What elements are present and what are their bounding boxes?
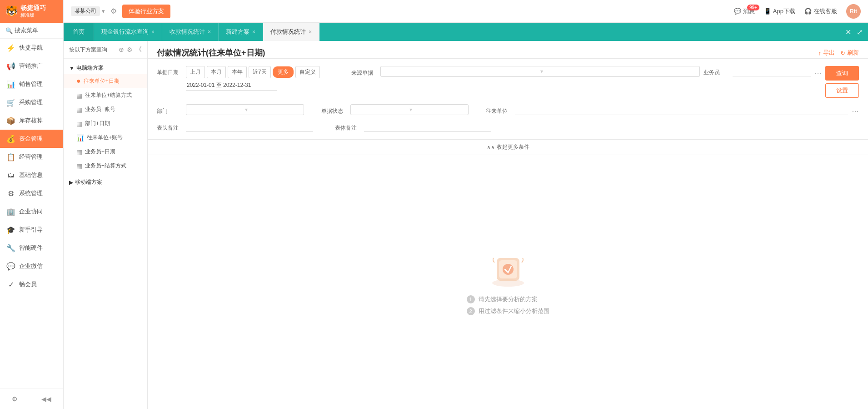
- quick-nav-icon: ⚡: [6, 43, 15, 52]
- tab-label: 付款情况统计: [270, 28, 306, 36]
- desktop-group-arrow: ▼: [69, 65, 75, 71]
- mobile-group-title[interactable]: ▶ 移动端方案: [69, 178, 142, 186]
- sidebar-item-basic[interactable]: 🗂 基础信息: [0, 166, 63, 184]
- mobile-scheme-group[interactable]: ▶ 移动端方案: [64, 177, 147, 188]
- collapse-label: 收起更多条件: [497, 143, 529, 151]
- salesman-input[interactable]: [733, 66, 811, 76]
- sidebar-item-label: 畅会员: [19, 280, 37, 288]
- sidebar-item-label: 资金管理: [19, 135, 43, 143]
- source-chevron-icon: ▾: [540, 68, 696, 75]
- export-icon: ↑: [818, 50, 822, 56]
- date-btn-this-month[interactable]: 本月: [207, 66, 226, 78]
- sidebar-item-guide[interactable]: 🎓 新手引导: [0, 221, 63, 239]
- tab-expand-icon[interactable]: ⤢: [857, 28, 863, 36]
- add-scheme-btn[interactable]: ⊕: [119, 46, 124, 53]
- trial-btn[interactable]: 体验行业方案: [122, 5, 170, 18]
- sidebar-item-purchase[interactable]: 🛒 采购管理: [0, 93, 63, 111]
- query-btn[interactable]: 查询: [825, 66, 859, 81]
- search-menu[interactable]: 🔍 搜索菜单: [0, 23, 63, 39]
- sidebar-item-operations[interactable]: 📋 经营管理: [0, 148, 63, 166]
- scheme-table-icon: ▦: [76, 106, 82, 113]
- header-note-input[interactable]: [186, 121, 313, 132]
- search-label: 搜索菜单: [15, 26, 38, 35]
- guide-icon: 🎓: [6, 225, 15, 234]
- salesman-more-btn[interactable]: …: [814, 67, 822, 76]
- search-icon: 🔍: [5, 27, 13, 34]
- sidebar-item-sales[interactable]: 📊 销售管理: [0, 75, 63, 93]
- sidebar-item-hardware[interactable]: 🔧 智能硬件: [0, 239, 63, 257]
- tab-close-icon[interactable]: ×: [208, 29, 211, 35]
- sidebar-item-member[interactable]: ✓ 畅会员: [0, 275, 63, 293]
- date-btn-custom[interactable]: 自定义: [295, 66, 320, 78]
- scheme-item-salesman-payment[interactable]: ▦ 业务员+结算方式: [64, 159, 147, 173]
- user-avatar[interactable]: Rit: [846, 4, 861, 19]
- scheme-settings-btn[interactable]: ⚙: [127, 46, 133, 53]
- header-note-label: 表头备注: [157, 121, 182, 132]
- app-download-btn[interactable]: 📱 App下载: [764, 7, 795, 15]
- export-btn[interactable]: ↑ 导出: [818, 49, 835, 57]
- scheme-table-icon: ▦: [76, 148, 82, 156]
- tab-close-all-icon[interactable]: ✕: [845, 28, 851, 36]
- tab-receipt-stats[interactable]: 收款情况统计 ×: [162, 23, 219, 41]
- settings-gear-icon[interactable]: ⚙: [110, 7, 117, 15]
- sidebar-settings-btn[interactable]: ⚙: [9, 393, 20, 405]
- left-panel-actions: ⊕ ⚙ 《: [119, 45, 142, 54]
- dept-select[interactable]: ▾: [186, 104, 304, 115]
- collapse-bar[interactable]: ∧∧ 收起更多条件: [148, 140, 868, 155]
- filter-settings-btn[interactable]: 设置: [825, 83, 859, 98]
- message-btn[interactable]: 💬 消息 99+: [734, 7, 755, 15]
- enterprise-icon: 🏢: [6, 207, 15, 216]
- status-select[interactable]: ▾: [350, 104, 469, 115]
- scheme-item-partner-payment[interactable]: ▦ 往来单位+结算方式: [64, 88, 147, 102]
- scheme-chart-icon: 📊: [76, 134, 84, 141]
- scheme-item-salesman-account[interactable]: ▦ 业务员+账号: [64, 102, 147, 116]
- tab-payment-stats[interactable]: 付款情况统计 ×: [263, 23, 319, 41]
- sidebar-item-label: 库存核算: [19, 116, 43, 125]
- partner-input[interactable]: [515, 105, 848, 115]
- tab-close-icon[interactable]: ×: [252, 29, 255, 35]
- tab-home[interactable]: 首页: [64, 23, 94, 41]
- sidebar-item-system[interactable]: ⚙ 系统管理: [0, 184, 63, 202]
- sidebar-item-wechat[interactable]: 💬 企业微信: [0, 257, 63, 275]
- tabbar: 首页 现金银行流水查询 × 收款情况统计 × 新建方案 × 付款情况统计 × ✕…: [64, 23, 868, 41]
- scheme-item-partner-date[interactable]: ● 往来单位+日期: [64, 74, 147, 88]
- scheme-item-partner-account[interactable]: 📊 往来单位+账号: [64, 131, 147, 145]
- sidebar-item-label: 基础信息: [19, 171, 43, 179]
- source-label: 来源单据: [351, 66, 377, 77]
- refresh-btn[interactable]: ↻ 刷新: [840, 49, 859, 57]
- sidebar-item-enterprise[interactable]: 🏢 企业协同: [0, 202, 63, 221]
- collapse-up-icon: ∧∧: [487, 144, 495, 151]
- page-container: 按以下方案查询 ⊕ ⚙ 《 ▼ 电脑端方案 ● 往来单位+日期 ▦: [64, 41, 868, 409]
- date-range-input[interactable]: [186, 80, 277, 91]
- right-content: 付款情况统计(往来单位+日期) ↑ 导出 ↻ 刷新: [148, 41, 868, 409]
- date-btn-last-7-days[interactable]: 近7天: [249, 66, 271, 78]
- scheme-item-dept-date[interactable]: ▦ 部门+日期: [64, 116, 147, 131]
- partner-more-btn[interactable]: …: [852, 106, 859, 114]
- sidebar-item-label: 系统管理: [19, 189, 43, 197]
- online-service-btn[interactable]: 🎧 在线客服: [804, 7, 837, 15]
- tab-close-icon[interactable]: ×: [309, 29, 312, 35]
- date-btn-this-year[interactable]: 本年: [228, 66, 247, 78]
- scheme-item-salesman-date[interactable]: ▦ 业务员+日期: [64, 145, 147, 159]
- empty-hint-2: 2 用过滤条件来缩小分析范围: [467, 307, 549, 315]
- marketing-icon: 📢: [6, 61, 15, 71]
- tab-label: 收款情况统计: [170, 28, 205, 36]
- topbar: 某某公司 ▾ ⚙ 体验行业方案 💬 消息 99+ 📱 App下载 🎧 在线客服 …: [64, 0, 868, 23]
- source-select[interactable]: ▾: [380, 66, 700, 77]
- sidebar-item-inventory[interactable]: 📦 库存核算: [0, 111, 63, 130]
- tab-close-icon[interactable]: ×: [151, 29, 155, 35]
- tab-new-scheme[interactable]: 新建方案 ×: [219, 23, 263, 41]
- date-btn-last-month[interactable]: 上月: [186, 66, 205, 78]
- body-note-input[interactable]: [364, 121, 491, 132]
- sidebar-item-finance[interactable]: 💰 资金管理: [0, 130, 63, 148]
- date-btn-more[interactable]: 更多: [273, 66, 294, 78]
- desktop-group-title[interactable]: ▼ 电脑端方案: [64, 62, 147, 74]
- sidebar-collapse-btn[interactable]: ◀◀: [39, 393, 54, 405]
- sidebar-item-quick-nav[interactable]: ⚡ 快捷导航: [0, 39, 63, 57]
- sidebar-item-marketing[interactable]: 📢 营销推广: [0, 57, 63, 75]
- inventory-icon: 📦: [6, 116, 15, 125]
- sidebar-item-label: 智能硬件: [19, 244, 43, 252]
- tab-bank-flow[interactable]: 现金银行流水查询 ×: [94, 23, 162, 41]
- panel-collapse-btn[interactable]: 《: [135, 45, 142, 54]
- company-selector[interactable]: 某某公司 ▾: [71, 6, 105, 16]
